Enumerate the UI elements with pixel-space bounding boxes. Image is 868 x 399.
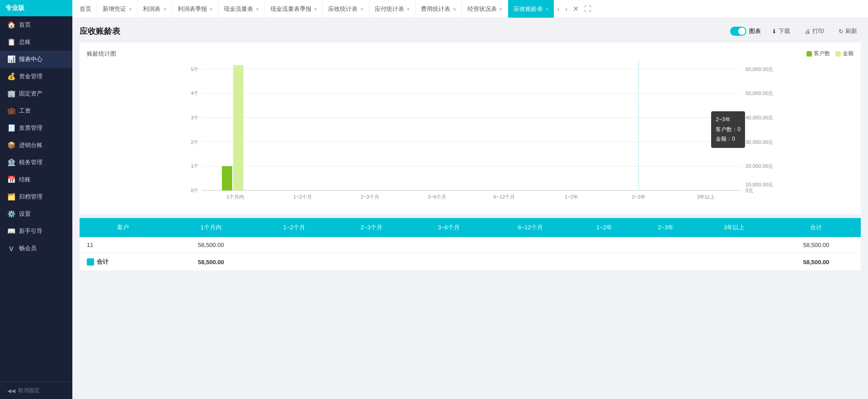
tab-nav-next[interactable]: ›	[562, 0, 570, 18]
tab-cashflow-quarter-label: 现金流量表季报	[270, 5, 311, 13]
refresh-icon: ↻	[839, 28, 844, 35]
salary-icon: 💼	[7, 107, 15, 115]
tab-nav-prev[interactable]: ‹	[554, 0, 562, 18]
sidebar-item-home[interactable]: 🏠 首页	[0, 16, 72, 33]
sidebar-item-label: 资金管理	[19, 72, 42, 81]
tab-close-all[interactable]: ✕	[570, 0, 581, 18]
svg-text:0个: 0个	[191, 188, 198, 193]
svg-text:3个: 3个	[191, 115, 198, 120]
total-icon	[87, 258, 94, 266]
tab-expense-stat[interactable]: 费用统计表 ×	[415, 0, 462, 18]
col-header-m8: 3年以上	[697, 218, 772, 237]
tab-profit-quarter[interactable]: 利润表季报 ×	[172, 0, 218, 18]
table-total-row: 合计 58,500.00 58,500.00	[80, 253, 861, 271]
tab-cashflow[interactable]: 现金流量表 ×	[218, 0, 264, 18]
cell-m6	[573, 237, 635, 253]
toggle-track[interactable]	[730, 27, 746, 36]
close-icon[interactable]: ×	[314, 6, 317, 12]
tab-expand[interactable]: ⛶	[581, 0, 594, 18]
sidebar-item-archive[interactable]: 🗂️ 归档管理	[0, 188, 72, 205]
close-icon[interactable]: ×	[256, 6, 259, 12]
sidebar-item-ledger[interactable]: 📋 总账	[0, 33, 72, 51]
cell-m7	[635, 237, 697, 253]
total-m1: 58,500.00	[166, 253, 255, 271]
sidebar-logo: 专业版	[0, 0, 72, 16]
close-icon[interactable]: ×	[210, 6, 212, 12]
close-icon[interactable]: ×	[546, 6, 548, 12]
refresh-button[interactable]: ↻ 刷新	[835, 25, 861, 37]
tab-voucher[interactable]: 新增凭证 ×	[97, 0, 137, 18]
toggle-thumb	[738, 28, 745, 35]
data-table: 客户 1个月内 1~2个月 2~3个月 3~6个月 6~12个月 1~2年 2~…	[80, 218, 861, 271]
tab-business-stat[interactable]: 经营状况表 ×	[462, 0, 508, 18]
sidebar-footer-pin[interactable]: ◀◀ 取消固定	[0, 382, 72, 399]
tab-profit-label: 利润表	[143, 5, 160, 13]
svg-text:2~3个月: 2~3个月	[360, 194, 379, 200]
svg-text:1个月内: 1个月内	[226, 194, 244, 200]
tab-ar-stat-label: 应收统计表	[328, 5, 358, 13]
col-header-m3: 2~3个月	[333, 218, 410, 237]
sidebar-item-label: 税务管理	[19, 158, 42, 166]
tab-ar-stat[interactable]: 应收统计表 ×	[323, 0, 369, 18]
tab-ar-aging-label: 应收账龄表	[514, 5, 543, 13]
tab-expense-stat-label: 费用统计表	[421, 5, 450, 13]
archive-icon: 🗂️	[7, 193, 15, 201]
sidebar-item-stock[interactable]: 📦 进销台账	[0, 137, 72, 154]
tab-ar-aging[interactable]: 应收账龄表 ×	[508, 0, 554, 18]
svg-text:40,000.00元: 40,000.00元	[745, 115, 773, 120]
report-icon: 📊	[7, 55, 15, 63]
close-icon[interactable]: ×	[163, 6, 166, 12]
svg-text:50,000.00元: 50,000.00元	[745, 90, 773, 96]
sidebar-item-label: 报表中心	[19, 55, 42, 63]
total-m6	[573, 253, 635, 271]
chart-toggle[interactable]: 图表	[730, 27, 761, 36]
chart-svg: 5个 4个 3个 2个 1个 0个 60,000.00元 50,000.00元 …	[87, 62, 854, 206]
main-area: 首页 新增凭证 × 利润表 × 利润表季报 × 现金流量表 × 现金流量表季报 …	[72, 0, 868, 399]
download-label: 下载	[778, 27, 790, 35]
svg-text:1~2个月: 1~2个月	[293, 194, 312, 200]
total-label-cell: 合计	[80, 253, 166, 271]
sidebar-item-report[interactable]: 📊 报表中心	[0, 51, 72, 68]
legend-dot-light	[835, 51, 841, 57]
svg-text:2个: 2个	[191, 139, 198, 145]
legend-amount: 金额	[835, 50, 854, 57]
tab-home[interactable]: 首页	[74, 0, 97, 18]
tab-bar: 首页 新增凭证 × 利润表 × 利润表季报 × 现金流量表 × 现金流量表季报 …	[72, 0, 868, 18]
sidebar-item-fund[interactable]: 💰 资金管理	[0, 68, 72, 85]
tab-profit[interactable]: 利润表 ×	[137, 0, 172, 18]
tab-ap-stat[interactable]: 应付统计表 ×	[369, 0, 415, 18]
total-m5	[487, 253, 573, 271]
col-header-customer: 客户	[80, 218, 166, 237]
sidebar-item-close[interactable]: 📅 结账	[0, 171, 72, 188]
sidebar-item-salary[interactable]: 💼 工资	[0, 102, 72, 119]
svg-text:1个: 1个	[191, 163, 198, 169]
col-header-m2: 1~2个月	[255, 218, 333, 237]
content-area: 应收账龄表 图表 ⬇ 下载 🖨 打印 ↻ 刷新	[72, 18, 868, 399]
sidebar-item-label: 结账	[19, 176, 31, 184]
page-title: 应收账龄表	[80, 26, 120, 37]
close-icon[interactable]: ×	[129, 6, 132, 12]
close-icon[interactable]: ×	[360, 6, 363, 12]
close-icon[interactable]: ×	[407, 6, 410, 12]
sidebar-item-label: 工资	[19, 107, 31, 115]
sidebar-item-tax[interactable]: 🏦 税务管理	[0, 154, 72, 171]
svg-text:20,000.00元: 20,000.00元	[745, 163, 773, 169]
col-header-m5: 6~12个月	[487, 218, 573, 237]
print-button[interactable]: 🖨 打印	[801, 25, 828, 37]
download-button[interactable]: ⬇ 下载	[768, 25, 794, 37]
tab-profit-quarter-label: 利润表季报	[178, 5, 207, 13]
table-row[interactable]: 11 58,500.00 58,500.00	[80, 237, 861, 253]
close-icon[interactable]: ×	[500, 6, 502, 12]
total-m8	[697, 253, 772, 271]
sidebar-item-settings[interactable]: ⚙️ 设置	[0, 205, 72, 223]
col-header-m7: 2~3年	[635, 218, 697, 237]
total-m2	[255, 253, 333, 271]
vip-icon: V	[7, 245, 15, 252]
sidebar-item-vip[interactable]: V 畅会员	[0, 240, 72, 257]
sidebar-item-label: 畅会员	[19, 244, 37, 252]
close-icon[interactable]: ×	[453, 6, 456, 12]
sidebar-item-guide[interactable]: 📖 新手引导	[0, 223, 72, 240]
sidebar-item-invoice[interactable]: 🧾 发票管理	[0, 119, 72, 137]
sidebar-item-asset[interactable]: 🏢 固定资产	[0, 85, 72, 102]
tab-cashflow-quarter[interactable]: 现金流量表季报 ×	[265, 0, 323, 18]
